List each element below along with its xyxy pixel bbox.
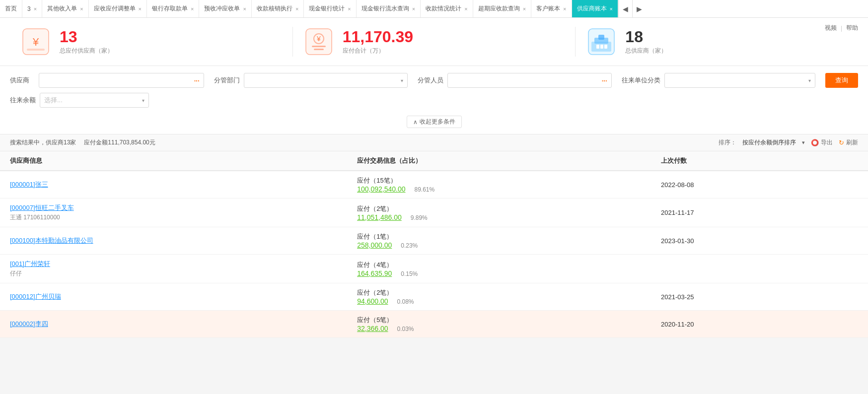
nav-tab-3-close[interactable]: ×: [34, 6, 37, 12]
nav-tab-cash-bank-flow[interactable]: 现金银行流水查询 ×: [357, 0, 421, 18]
nav-tab-ar-ap-adjust-close[interactable]: ×: [139, 6, 142, 12]
nav-tab-collection[interactable]: 收款核销执行 ×: [252, 0, 304, 18]
sort-value[interactable]: 按应付余额倒序排序: [742, 138, 796, 147]
nav-tab-customer-account-close[interactable]: ×: [563, 6, 566, 12]
stat-text-payable-suppliers: 13 总应付供应商（家）: [60, 29, 113, 55]
supplier-link[interactable]: [001]广州荣轩: [10, 260, 50, 267]
nav-tab-bank-deposit-label: 银行存取款单: [152, 4, 188, 13]
nav-tab-cash-bank-stats-close[interactable]: ×: [348, 6, 351, 12]
person-input-wrap[interactable]: ···: [447, 73, 612, 88]
stat-text-total-payable: 11,170.39 应付合计（万）: [343, 29, 413, 55]
nav-tab-prepayment-label: 预收冲应收单: [204, 4, 240, 13]
table-row: [000001]张三应付（15笔）100,092,540.0089.61%202…: [0, 171, 868, 198]
nav-tab-3[interactable]: 3 ×: [22, 0, 42, 18]
person-label: 分管人员: [418, 76, 443, 85]
top-navigation: 首页 3 × 其他收入单 × 应收应付调整单 × 银行存取款单 × 预收冲应收单…: [0, 0, 868, 18]
nav-tab-bank-deposit-close[interactable]: ×: [191, 6, 194, 12]
supplier-link[interactable]: [000001]张三: [10, 181, 48, 188]
refresh-button[interactable]: ↻ 刷新: [839, 138, 858, 147]
search-field-balance: 往来余额 选择... ▾: [10, 93, 149, 108]
payable-amount[interactable]: 164,635.90: [357, 269, 392, 277]
video-link[interactable]: 视频: [825, 24, 837, 32]
supplier-sub-info: 王通 17106110000: [10, 213, 337, 222]
nav-tab-customer-account[interactable]: 客户账本 ×: [531, 0, 572, 18]
nav-tab-overdue-ar[interactable]: 超期应收款查询 ×: [473, 0, 531, 18]
payable-label: 应付（1笔）: [357, 232, 641, 241]
nav-tab-cash-bank-stats[interactable]: 现金银行统计 ×: [304, 0, 356, 18]
payable-amount[interactable]: 32,366.00: [357, 325, 388, 332]
nav-tab-customer-account-label: 客户账本: [536, 4, 560, 13]
result-summary-supplier: 搜索结果中，供应商13家: [10, 138, 76, 147]
svg-rect-13: [600, 45, 603, 49]
svg-rect-14: [604, 45, 607, 49]
supplier-info-cell: [000100]本特勤油品有限公司: [0, 227, 347, 255]
nav-tab-home[interactable]: 首页: [0, 0, 22, 18]
unit-type-select-wrap[interactable]: ▾: [664, 73, 816, 88]
payable-amount[interactable]: 94,600.00: [357, 297, 388, 305]
payable-percent: 0.08%: [397, 298, 414, 305]
nav-tab-cash-bank-flow-close[interactable]: ×: [412, 6, 415, 12]
supplier-link[interactable]: [000007]恒旺二手叉车: [10, 204, 74, 211]
department-select-wrap[interactable]: ▾: [244, 73, 408, 88]
department-chevron-icon: ▾: [401, 78, 403, 83]
nav-tab-collection-label: 收款核销执行: [257, 4, 292, 13]
payable-info-cell: 应付（2笔）11,051,486.009.89%: [347, 198, 651, 227]
payable-percent: 0.23%: [401, 242, 418, 249]
person-input[interactable]: [452, 77, 602, 84]
svg-rect-2: [27, 49, 45, 51]
svg-text:¥: ¥: [32, 36, 39, 48]
nav-tab-ar-ap-adjust[interactable]: 应收应付调整单 ×: [89, 0, 147, 18]
supplier-input-wrap[interactable]: ···: [39, 73, 204, 88]
nav-tab-collection-close[interactable]: ×: [295, 6, 298, 12]
nav-arrow-left[interactable]: ◀: [618, 0, 632, 18]
balance-chevron-icon: ▾: [142, 98, 145, 103]
export-button[interactable]: ⭕ 导出: [811, 138, 833, 147]
nav-tab-other-income[interactable]: 其他收入单 ×: [42, 0, 88, 18]
supplier-link[interactable]: [000012]广州贝瑞: [10, 293, 61, 300]
nav-arrow-right[interactable]: ▶: [632, 0, 646, 18]
unit-type-chevron-icon: ▾: [808, 78, 811, 83]
col-supplier-info: 供应商信息: [0, 151, 347, 171]
collapse-label: 收起更多条件: [420, 118, 455, 126]
nav-tab-supplier-account-close[interactable]: ×: [610, 6, 613, 12]
balance-placeholder: 选择...: [44, 96, 63, 105]
search-field-person: 分管人员 ···: [418, 73, 612, 88]
payable-amount[interactable]: 100,092,540.00: [357, 185, 405, 193]
total-suppliers-icon: [585, 26, 617, 58]
top-right-links: 视频 | 帮助: [825, 24, 858, 32]
payable-label: 应付（4笔）: [357, 261, 641, 269]
search-field-unit-type: 往来单位分类 ▾: [622, 73, 816, 88]
nav-tab-overdue-ar-close[interactable]: ×: [523, 6, 526, 12]
supplier-link[interactable]: [000100]本特勤油品有限公司: [10, 237, 93, 244]
sort-label: 排序：: [719, 138, 736, 147]
nav-tab-other-income-close[interactable]: ×: [80, 6, 83, 12]
nav-tab-prepayment[interactable]: 预收冲应收单 ×: [199, 0, 251, 18]
refresh-icon: ↻: [839, 139, 844, 146]
help-link[interactable]: 帮助: [846, 24, 858, 32]
nav-tab-home-label: 首页: [5, 4, 17, 13]
payable-suppliers-icon: ¥: [20, 26, 52, 58]
sort-chevron-icon: ▾: [802, 139, 805, 146]
nav-tab-supplier-account[interactable]: 供应商账本 ×: [572, 0, 618, 18]
nav-tab-collection-stats[interactable]: 收款情况统计 ×: [421, 0, 473, 18]
result-bar-left: 搜索结果中，供应商13家 应付金额111,703,854.00元: [10, 138, 155, 147]
refresh-label: 刷新: [846, 138, 858, 147]
payable-amount[interactable]: 258,000.00: [357, 241, 392, 249]
total-payable-icon: ¥: [303, 26, 335, 58]
supplier-link[interactable]: [000002]李四: [10, 320, 48, 328]
payable-label: 应付（2笔）: [357, 288, 641, 297]
total-payable-num: 11,170.39: [343, 29, 413, 45]
nav-tab-prepayment-close[interactable]: ×: [243, 6, 246, 12]
payable-percent: 0.15%: [401, 270, 418, 277]
search-button[interactable]: 查询: [825, 73, 858, 88]
payable-amount[interactable]: 11,051,486.00: [357, 213, 402, 221]
balance-select-wrap[interactable]: 选择... ▾: [40, 93, 149, 108]
supplier-dots-icon[interactable]: ···: [194, 77, 200, 84]
table-wrap: 供应商信息 应付交易信息（占比） 上次付数 [000001]张三应付（15笔）1…: [0, 151, 868, 338]
nav-tab-collection-stats-close[interactable]: ×: [464, 6, 467, 12]
collapse-button[interactable]: ∧ 收起更多条件: [407, 116, 462, 128]
supplier-input[interactable]: [43, 77, 194, 84]
person-dots-icon[interactable]: ···: [602, 77, 607, 84]
nav-tab-bank-deposit[interactable]: 银行存取款单 ×: [147, 0, 199, 18]
payable-label: 应付（15笔）: [357, 176, 641, 185]
